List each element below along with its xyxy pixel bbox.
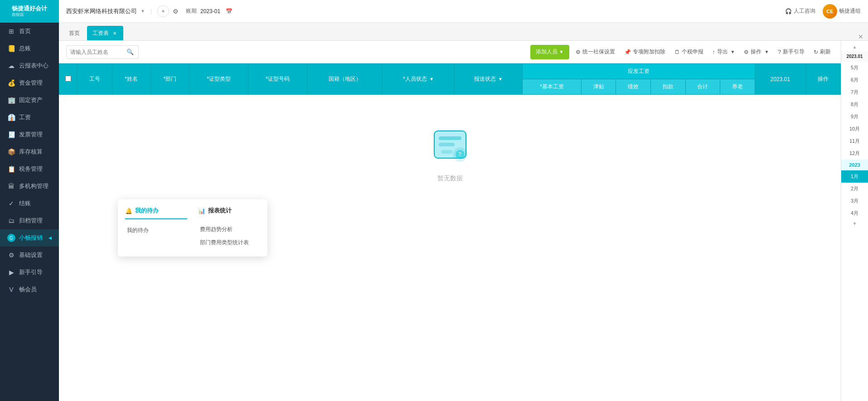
tab-payroll-close-icon[interactable]: ✕ bbox=[112, 30, 118, 36]
tax-icon: 📋 bbox=[7, 165, 15, 173]
status-filter-icon[interactable]: ▼ bbox=[429, 77, 434, 82]
sidebar-item-label: 归档管理 bbox=[19, 217, 43, 225]
th-checkbox[interactable] bbox=[59, 64, 78, 95]
cloud-icon: ☁ bbox=[7, 62, 15, 69]
svg-rect-1 bbox=[439, 136, 461, 140]
th-performance: 绩效 bbox=[616, 79, 651, 95]
month-item-1[interactable]: 1月 bbox=[841, 170, 868, 183]
sidebar-item-label: 资金管理 bbox=[19, 79, 43, 87]
settings-icon[interactable]: ⚙ bbox=[173, 8, 179, 15]
sidebar-item-cloud-report[interactable]: ☁ 云报表中心 bbox=[0, 57, 59, 74]
month-nav-up[interactable]: ▲ bbox=[841, 43, 868, 51]
toolbar-right: 添加人员 ▼ ⚙ 统一社保设置 📌 专项附加扣除 🗒 个税申报 bbox=[530, 45, 834, 59]
period-label: 账期 bbox=[186, 7, 197, 15]
sidebar-item-multi-org[interactable]: 🏛 多机构管理 bbox=[0, 178, 59, 195]
select-all-checkbox[interactable] bbox=[65, 76, 71, 82]
special-deduct-btn[interactable]: 📌 专项附加扣除 bbox=[621, 48, 668, 56]
guide-icon: ▶ bbox=[7, 269, 15, 276]
th-total: 合计 bbox=[685, 79, 720, 95]
sidebar-item-label: 多机构管理 bbox=[19, 182, 48, 190]
popup-col1-title: 🔔 我的待办 bbox=[125, 207, 187, 219]
sidebar-item-home[interactable]: ⊞ 首页 bbox=[0, 23, 59, 40]
sidebar-item-fixed-assets[interactable]: 🏢 固定资产 bbox=[0, 92, 59, 109]
month-item-5[interactable]: 5月 bbox=[841, 62, 868, 74]
month-item-8[interactable]: 8月 bbox=[841, 98, 868, 111]
social-insurance-btn[interactable]: ⚙ 统一社保设置 bbox=[573, 48, 618, 56]
operations-dropdown-icon: ▼ bbox=[764, 49, 769, 54]
new-guide-label: 新手引导 bbox=[783, 48, 805, 56]
sidebar-item-label: 小畅报销 bbox=[19, 234, 43, 242]
add-person-button[interactable]: 添加人员 ▼ bbox=[530, 45, 569, 59]
sidebar-item-closing[interactable]: ✓ 结账 bbox=[0, 195, 59, 212]
sidebar-item-archive[interactable]: 🗂 归档管理 bbox=[0, 212, 59, 229]
sidebar-item-fund-mgmt[interactable]: 💰 资金管理 bbox=[0, 74, 59, 92]
window-close-icon[interactable]: ✕ bbox=[858, 33, 863, 40]
popup-col2-title-text: 报表统计 bbox=[208, 207, 232, 215]
personal-tax-btn[interactable]: 🗒 个税申报 bbox=[672, 48, 706, 56]
invoice-icon: 🧾 bbox=[7, 131, 15, 138]
social-insurance-icon: ⚙ bbox=[576, 49, 581, 55]
company-dropdown-icon[interactable]: ▼ bbox=[141, 9, 145, 14]
xiao-chang-icon: G bbox=[7, 234, 15, 242]
month-item-6[interactable]: 6月 bbox=[841, 74, 868, 86]
month-panel-header: 2023.01 bbox=[841, 51, 868, 62]
add-company-button[interactable]: + bbox=[157, 5, 169, 17]
company-name[interactable]: 西安虾米网络科技有限公司 bbox=[66, 7, 137, 15]
topbar-right: 🎧 人工咨询 CE 畅捷通组 bbox=[785, 4, 861, 19]
operations-btn[interactable]: ⚙ 操作 ▼ bbox=[741, 48, 771, 56]
popup-item-expense-trend[interactable]: 费用趋势分析 bbox=[198, 223, 260, 236]
refresh-icon: ↻ bbox=[814, 49, 818, 55]
export-btn[interactable]: ↑ 导出 ▼ bbox=[710, 48, 738, 56]
month-item-2[interactable]: 2月 bbox=[841, 183, 868, 195]
calendar-icon[interactable]: 📅 bbox=[226, 8, 233, 14]
month-item-7[interactable]: 7月 bbox=[841, 86, 868, 98]
popup-item-my-todo[interactable]: 我的待办 bbox=[125, 224, 187, 237]
sidebar-item-xiao-chang[interactable]: G 小畅报销 ◀ bbox=[0, 229, 59, 246]
app-logo: 畅捷通好会计 旗舰版 bbox=[0, 0, 59, 23]
sidebar-expand-icon: ◀ bbox=[48, 236, 52, 240]
avatar: CE bbox=[823, 4, 837, 19]
sidebar-item-new-guide[interactable]: ▶ 新手引导 bbox=[0, 264, 59, 281]
refresh-label: 刷新 bbox=[820, 48, 831, 56]
popup-menu: 🔔 我的待办 我的待办 📊 报表统计 费用趋势分析 部门费用类型统计表 bbox=[118, 199, 267, 256]
popup-item-dept-expense[interactable]: 部门费用类型统计表 bbox=[198, 236, 260, 249]
period-value: 2023-01 bbox=[200, 8, 220, 14]
month-item-3[interactable]: 3月 bbox=[841, 195, 868, 207]
operations-icon: ⚙ bbox=[744, 49, 749, 55]
month-nav-down[interactable]: ▼ bbox=[841, 219, 868, 228]
sidebar-item-membership[interactable]: V 畅会员 bbox=[0, 281, 59, 298]
month-item-9[interactable]: 9月 bbox=[841, 111, 868, 123]
th-pension: 养老 bbox=[720, 79, 755, 95]
popup-col2-icon: 📊 bbox=[198, 208, 205, 214]
topbar: 西安虾米网络科技有限公司 ▼ | + ⚙ 账期 2023-01 📅 🎧 人工咨询… bbox=[59, 0, 868, 23]
user-name: 畅捷通组 bbox=[839, 7, 861, 15]
no-data-icon: ? bbox=[427, 122, 473, 167]
customer-service-btn[interactable]: 🎧 人工咨询 bbox=[785, 7, 815, 15]
th-salary-group: 应发工资 bbox=[522, 64, 755, 79]
month-item-11[interactable]: 11月 bbox=[841, 135, 868, 147]
new-guide-btn[interactable]: ? 新手引导 bbox=[775, 48, 807, 56]
month-item-12[interactable]: 12月 bbox=[841, 147, 868, 159]
main-area: 西安虾米网络科技有限公司 ▼ | + ⚙ 账期 2023-01 📅 🎧 人工咨询… bbox=[59, 0, 868, 401]
search-input[interactable] bbox=[70, 49, 125, 55]
tab-home[interactable]: 首页 bbox=[63, 26, 85, 40]
close-btn-right[interactable]: ✕ bbox=[858, 33, 863, 40]
headset-icon: 🎧 bbox=[785, 8, 792, 14]
month-item-4[interactable]: 4月 bbox=[841, 207, 868, 219]
sidebar-item-basic-settings[interactable]: ⚙ 基础设置 bbox=[0, 246, 59, 264]
sidebar-item-tax[interactable]: 📋 税务管理 bbox=[0, 160, 59, 178]
user-info[interactable]: CE 畅捷通组 bbox=[823, 4, 861, 19]
month-item-10[interactable]: 10月 bbox=[841, 123, 868, 135]
sidebar-item-inventory[interactable]: 📦 库存核算 bbox=[0, 143, 59, 160]
refresh-btn[interactable]: ↻ 刷新 bbox=[811, 48, 834, 56]
search-icon[interactable]: 🔍 bbox=[126, 48, 134, 55]
report-filter-icon[interactable]: ▼ bbox=[498, 77, 503, 82]
sidebar-item-invoice[interactable]: 🧾 发票管理 bbox=[0, 126, 59, 143]
sidebar-item-general-ledger[interactable]: 📒 总账 bbox=[0, 40, 59, 57]
tab-payroll[interactable]: 工资表 ✕ bbox=[87, 26, 123, 40]
svg-text:?: ? bbox=[458, 151, 461, 158]
th-nationality: 国籍（地区） bbox=[307, 64, 383, 95]
popup-col2-title: 📊 报表统计 bbox=[198, 207, 260, 218]
sidebar-item-payroll[interactable]: 👔 工资 bbox=[0, 109, 59, 126]
payroll-icon: 👔 bbox=[7, 114, 15, 121]
